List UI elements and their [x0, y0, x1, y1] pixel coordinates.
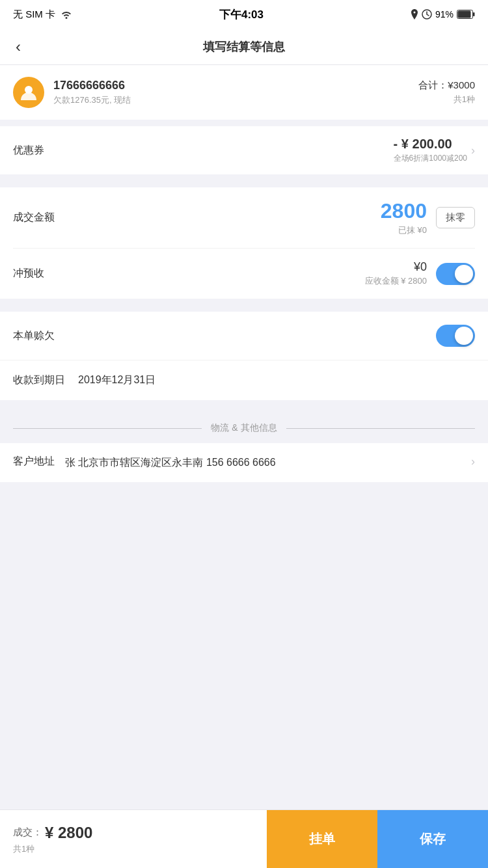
- coupon-right: - ¥ 200.00 全场6折满1000减200 ›: [394, 137, 475, 164]
- coupon-row[interactable]: 优惠券 - ¥ 200.00 全场6折满1000减200 ›: [0, 126, 488, 174]
- duedate-label: 收款到期日: [13, 373, 65, 387]
- user-card: 17666666666 欠款1276.35元, 现结 合计：¥3000 共1种: [0, 65, 488, 120]
- flush-row: 冲预收 ¥0 应收金额 ¥ 2800: [13, 249, 475, 299]
- duedate-row: 收款到期日 2019年12月31日: [13, 360, 475, 400]
- user-debt: 欠款1276.35元, 现结: [53, 94, 131, 106]
- logistics-line-left: [13, 428, 202, 429]
- back-button[interactable]: ‹: [10, 33, 26, 61]
- user-details: 17666666666 欠款1276.35元, 现结: [53, 79, 131, 106]
- nav-bar: ‹ 填写结算等信息: [0, 29, 488, 65]
- logistics-label: 物流 & 其他信息: [211, 422, 277, 434]
- coupon-desc: 全场6折满1000减200: [394, 153, 467, 164]
- deal-amount-wrap: 2800 已抹 ¥0: [381, 199, 427, 236]
- status-left: 无 SIM 卡: [13, 8, 72, 21]
- deal-amount-label: 成交金额: [13, 211, 55, 224]
- flush-sub: 应收金额 ¥ 2800: [365, 275, 427, 287]
- no-sim-label: 无 SIM 卡: [13, 8, 55, 21]
- credit-section: 本单赊欠: [0, 312, 488, 360]
- duedate-section: 收款到期日 2019年12月31日: [0, 360, 488, 400]
- address-row[interactable]: 客户地址 张 北京市市辖区海淀区永丰南 156 6666 6666 ›: [13, 443, 475, 482]
- avatar: [13, 77, 44, 108]
- logistics-line-right: [286, 428, 475, 429]
- deal-amount-row: 成交金额 2800 已抹 ¥0 抹零: [13, 187, 475, 249]
- flush-right: ¥0 应收金额 ¥ 2800: [365, 260, 475, 287]
- credit-toggle[interactable]: [436, 325, 475, 347]
- main-content: 17666666666 欠款1276.35元, 现结 合计：¥3000 共1种 …: [0, 65, 488, 625]
- save-button[interactable]: 保存: [377, 810, 488, 869]
- hold-button[interactable]: 挂单: [267, 810, 377, 869]
- address-section: 客户地址 张 北京市市辖区海淀区永丰南 156 6666 6666 ›: [0, 443, 488, 482]
- wifi-icon: [61, 10, 72, 19]
- bottom-deal-label: 成交： ¥ 2800: [13, 824, 254, 842]
- credit-row: 本单赊欠: [13, 312, 475, 360]
- bottom-deal-info: 成交： ¥ 2800 共1种: [0, 824, 267, 855]
- address-label: 客户地址: [13, 455, 59, 468]
- status-right: 91%: [411, 9, 475, 20]
- erase-button[interactable]: 抹零: [436, 207, 475, 228]
- flush-amount-wrap: ¥0 应收金额 ¥ 2800: [365, 260, 427, 287]
- bottom-count: 共1种: [13, 843, 254, 855]
- total-count: 共1种: [418, 94, 475, 105]
- svg-rect-2: [473, 12, 475, 16]
- status-bar: 无 SIM 卡 下午4:03 91%: [0, 0, 488, 29]
- hold-button-label: 挂单: [309, 830, 335, 848]
- location-icon: [411, 9, 418, 20]
- page-title: 填写结算等信息: [203, 39, 285, 55]
- battery-icon: [457, 10, 475, 19]
- bottom-bar: 成交： ¥ 2800 共1种 挂单 保存: [0, 809, 488, 868]
- battery-label: 91%: [435, 9, 454, 20]
- credit-label: 本单赊欠: [13, 329, 55, 343]
- duedate-value: 2019年12月31日: [78, 373, 156, 387]
- svg-rect-3: [457, 11, 470, 18]
- flush-label: 冲预收: [13, 267, 44, 280]
- coupon-value-group: - ¥ 200.00 全场6折满1000减200: [394, 137, 467, 164]
- toggle-knob: [455, 265, 473, 283]
- section-gap-3: [0, 400, 488, 407]
- extra-space: [0, 482, 488, 560]
- section-gap-2: [0, 299, 488, 305]
- flush-amount: ¥0: [365, 260, 427, 274]
- address-value: 张 北京市市辖区海淀区永丰南 156 6666 6666: [65, 455, 465, 470]
- total-amount: 合计：¥3000: [418, 79, 475, 92]
- clock-icon: [422, 9, 432, 20]
- logistics-separator: 物流 & 其他信息: [0, 413, 488, 443]
- coupon-discount: - ¥ 200.00: [394, 137, 467, 152]
- address-chevron-icon: ›: [471, 455, 475, 468]
- deal-section: 成交金额 2800 已抹 ¥0 抹零 冲预收 ¥0 应收金额 ¥ 2800: [0, 187, 488, 299]
- user-phone: 17666666666: [53, 79, 131, 92]
- chevron-right-icon: ›: [471, 144, 475, 157]
- flush-toggle[interactable]: [436, 263, 475, 285]
- bottom-deal-amount: ¥ 2800: [45, 824, 92, 842]
- deal-erased: 已抹 ¥0: [381, 224, 427, 236]
- deal-amount-num: 2800: [381, 199, 427, 223]
- save-button-label: 保存: [420, 830, 446, 848]
- deal-amount-group: 2800 已抹 ¥0 抹零: [381, 199, 475, 236]
- credit-toggle-knob: [455, 327, 473, 345]
- status-time: 下午4:03: [219, 7, 264, 22]
- coupon-label: 优惠券: [13, 144, 44, 157]
- user-total: 合计：¥3000 共1种: [418, 79, 475, 105]
- section-gap-1: [0, 181, 488, 187]
- user-info-left: 17666666666 欠款1276.35元, 现结: [13, 77, 131, 108]
